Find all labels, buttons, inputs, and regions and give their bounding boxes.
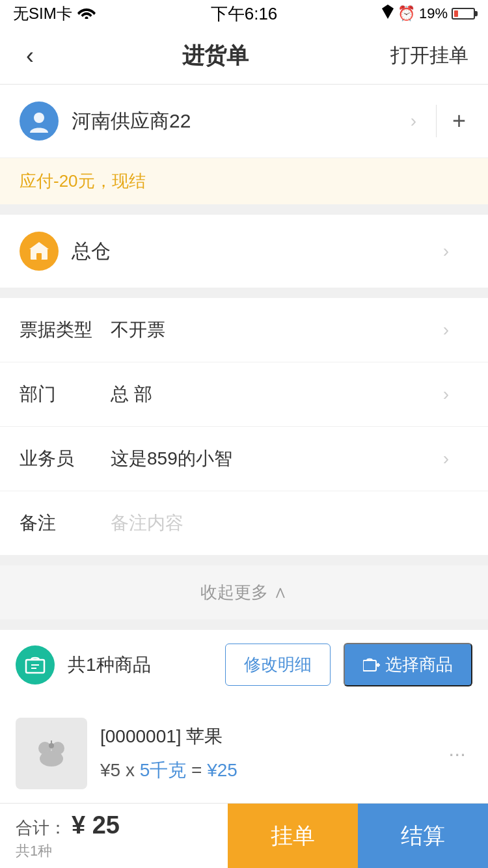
invoice-type-value: 不开票 <box>98 318 443 342</box>
bottom-bar: 合计： ¥ 25 共1种 挂单 结算 <box>0 803 488 868</box>
status-bar-right: ⏰ 19% <box>382 5 475 23</box>
product-item: [0000001] 苹果 ¥5 x 5千克 = ¥25 ··· <box>0 701 488 806</box>
status-bar-time: 下午6:16 <box>211 3 278 25</box>
product-name: [0000001] 苹果 <box>100 724 429 749</box>
checkout-label: 结算 <box>401 821 445 851</box>
svg-point-0 <box>85 17 88 20</box>
warehouse-icon <box>20 232 59 271</box>
total-amount: ¥ 25 <box>72 811 120 839</box>
multiply-sign: x <box>126 760 135 780</box>
nav-bar: ‹ 进货单 打开挂单 <box>0 27 488 85</box>
total-label: 合计： <box>16 817 66 839</box>
department-label: 部门 <box>20 382 98 407</box>
total-count-label: 共1种 <box>16 843 52 859</box>
product-id: [0000001] <box>100 726 182 746</box>
products-icon <box>16 645 55 685</box>
department-chevron-icon: › <box>443 384 449 405</box>
collapse-label: 收起更多 ∧ <box>200 582 287 602</box>
product-total: ¥25 <box>207 760 237 780</box>
svg-point-13 <box>40 751 63 766</box>
warehouse-row[interactable]: 总仓 › <box>0 215 488 288</box>
salesperson-label: 业务员 <box>20 446 98 471</box>
products-header: 共1种商品 修改明细 选择商品 <box>0 630 488 699</box>
carrier-label: 无SIM卡 <box>13 3 72 24</box>
svg-rect-4 <box>36 253 42 260</box>
salesperson-row[interactable]: 业务员 这是859的小智 › <box>0 427 488 491</box>
invoice-type-label: 票据类型 <box>20 318 98 342</box>
remark-row[interactable]: 备注 备注内容 <box>0 491 488 555</box>
warehouse-name: 总仓 <box>72 238 443 265</box>
add-supplier-button[interactable]: + <box>436 105 468 137</box>
hang-single-button[interactable]: 挂单 <box>228 804 358 868</box>
open-hangsingle-button[interactable]: 打开挂单 <box>390 42 468 69</box>
total-count: 共1种 <box>16 839 212 861</box>
checkout-button[interactable]: 结算 <box>358 804 488 868</box>
total-row: 合计： ¥ 25 <box>16 811 212 839</box>
status-bar: 无SIM卡 下午6:16 ⏰ 19% <box>0 0 488 27</box>
svg-rect-8 <box>363 660 376 671</box>
svg-rect-15 <box>51 740 52 746</box>
supplier-name: 河南供应商22 <box>72 108 411 135</box>
product-title: 苹果 <box>186 726 223 746</box>
supplier-avatar <box>20 102 59 141</box>
location-icon <box>382 5 394 23</box>
hang-single-label: 挂单 <box>271 821 315 851</box>
remark-label: 备注 <box>20 511 98 536</box>
remark-placeholder: 备注内容 <box>98 511 468 536</box>
department-value: 总 部 <box>98 382 443 407</box>
product-price-row: ¥5 x 5千克 = ¥25 <box>100 758 429 783</box>
supplier-notice: 应付-20元，现结 <box>0 158 488 204</box>
select-product-button[interactable]: 选择商品 <box>344 643 472 686</box>
edit-details-button[interactable]: 修改明细 <box>225 644 331 686</box>
products-count: 共1种商品 <box>68 653 212 677</box>
quantity: 5千克 <box>140 760 187 780</box>
product-more-button[interactable]: ··· <box>442 735 472 772</box>
back-button[interactable]: ‹ <box>20 36 40 76</box>
svg-marker-3 <box>29 242 49 249</box>
department-row[interactable]: 部门 总 部 › <box>0 362 488 427</box>
total-area: 合计： ¥ 25 共1种 <box>0 804 228 868</box>
content-area: 河南供应商22 › + 应付-20元，现结 总仓 › 票据类型 不开票 › <box>0 85 488 868</box>
battery-percent: 19% <box>419 5 448 22</box>
invoice-type-chevron-icon: › <box>443 319 449 340</box>
product-info: [0000001] 苹果 ¥5 x 5千克 = ¥25 <box>100 724 429 783</box>
status-bar-left: 无SIM卡 <box>13 3 96 24</box>
salesperson-value: 这是859的小智 <box>98 446 443 471</box>
invoice-type-row[interactable]: 票据类型 不开票 › <box>0 298 488 362</box>
svg-rect-5 <box>26 660 44 673</box>
salesperson-chevron-icon: › <box>443 448 449 469</box>
page-title: 进货单 <box>182 41 249 71</box>
product-thumbnail <box>16 718 87 789</box>
wifi-icon <box>77 5 96 23</box>
supplier-card: 河南供应商22 › + 应付-20元，现结 <box>0 85 488 204</box>
supplier-row[interactable]: 河南供应商22 › + <box>0 85 488 158</box>
warehouse-card: 总仓 › <box>0 215 488 288</box>
battery-fill <box>454 10 458 17</box>
products-section: 共1种商品 修改明细 选择商品 <box>0 630 488 806</box>
alarm-icon: ⏰ <box>398 5 415 22</box>
collapse-bar[interactable]: 收起更多 ∧ <box>0 565 488 619</box>
select-product-label: 选择商品 <box>385 653 453 676</box>
svg-point-1 <box>34 113 44 123</box>
supplier-chevron-icon: › <box>411 111 416 131</box>
unit-price: ¥5 <box>100 760 120 780</box>
equals-sign: = <box>191 760 202 780</box>
warehouse-chevron-icon: › <box>443 241 449 262</box>
battery-icon <box>452 8 475 20</box>
form-card: 票据类型 不开票 › 部门 总 部 › 业务员 这是859的小智 › 备注 备注… <box>0 298 488 555</box>
